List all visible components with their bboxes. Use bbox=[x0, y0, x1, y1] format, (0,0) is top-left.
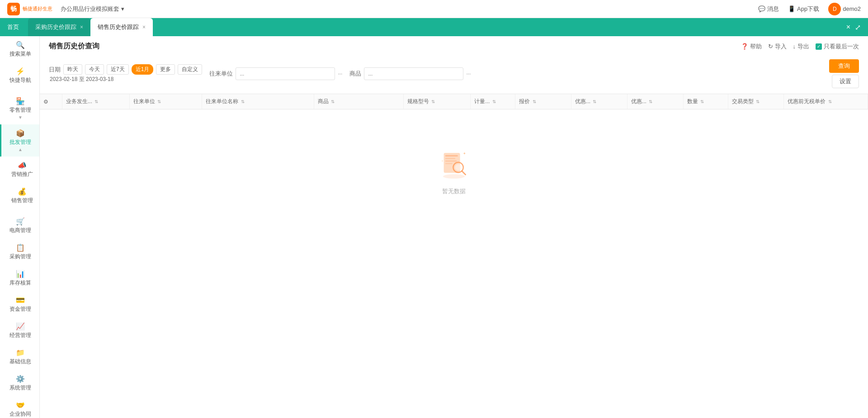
only-last-checkbox-group[interactable]: ✓ 只看最后一次 bbox=[816, 43, 859, 51]
sort-pretax-price-icon: ⇅ bbox=[828, 99, 832, 104]
data-table: ⚙ 业务发生... ⇅ 往来单位 ⇅ 往来单位名称 ⇅ bbox=[40, 94, 868, 109]
svg-text:✦: ✦ bbox=[441, 160, 443, 162]
wholesale-icon: 📦 bbox=[16, 129, 25, 138]
export-btn[interactable]: ↓ 导出 bbox=[793, 43, 810, 51]
sidebar-item-enterprise[interactable]: 🤝 企业协同 bbox=[0, 396, 39, 418]
svg-text:✦: ✦ bbox=[463, 152, 466, 156]
only-last-checkbox[interactable]: ✓ bbox=[816, 43, 822, 50]
sort-unit-icon: ⇅ bbox=[492, 99, 496, 104]
sidebar-item-basic-info[interactable]: 📁 基础信息 bbox=[0, 344, 39, 370]
app-download-btn[interactable]: 📱 App下载 bbox=[788, 5, 819, 13]
date-btn-custom[interactable]: 自定义 bbox=[178, 64, 202, 75]
th-pretax-price[interactable]: 优惠前无税单价 ⇅ bbox=[784, 94, 868, 109]
ecommerce-icon: 🛒 bbox=[16, 217, 25, 226]
sidebar-label-wholesale-mgmt: 批发管理 bbox=[9, 138, 31, 146]
help-btn[interactable]: ❓ 帮助 bbox=[741, 43, 762, 51]
goods-more-icon: ··· bbox=[466, 71, 471, 77]
th-unit[interactable]: 计量... ⇅ bbox=[471, 94, 515, 109]
svg-point-0 bbox=[443, 174, 465, 179]
retail-arrow-icon: ▼ bbox=[18, 115, 23, 120]
filter-right-actions: 查询 设置 bbox=[829, 59, 859, 88]
import-btn[interactable]: ↻ 导入 bbox=[768, 43, 787, 51]
page-actions: ❓ 帮助 ↻ 导入 ↓ 导出 ✓ 只看最后一次 bbox=[741, 43, 859, 51]
th-goods[interactable]: 商品 ⇅ bbox=[314, 94, 403, 109]
empty-state: ✦ ✦ 暂无数据 bbox=[40, 109, 868, 232]
sidebar-label-ecommerce: 电商管理 bbox=[9, 227, 31, 234]
sidebar-item-system[interactable]: ⚙️ 系统管理 bbox=[0, 370, 39, 396]
partner-input[interactable] bbox=[236, 67, 335, 80]
th-partner-name[interactable]: 往来单位名称 ⇅ bbox=[202, 94, 314, 109]
th-partner-code[interactable]: 往来单位 ⇅ bbox=[129, 94, 202, 109]
partner-more-icon: ··· bbox=[338, 71, 342, 77]
logo-text: 畅捷通好生意 bbox=[23, 5, 52, 12]
page-header: 销售历史价查询 ❓ 帮助 ↻ 导入 ↓ 导出 ✓ bbox=[40, 36, 868, 94]
th-qty[interactable]: 数量 ⇅ bbox=[683, 94, 728, 109]
sidebar-item-sales-mgmt[interactable]: 💰 销售管理 bbox=[0, 183, 39, 209]
th-settings: ⚙ bbox=[40, 94, 62, 109]
svg-line-8 bbox=[462, 171, 466, 175]
sort-qty-icon: ⇅ bbox=[700, 99, 704, 104]
date-range-display: 2023-02-18 至 2023-03-18 bbox=[50, 76, 202, 83]
sidebar-item-ecommerce[interactable]: 🛒 电商管理 bbox=[0, 213, 39, 239]
th-spec[interactable]: 规格型号 ⇅ bbox=[403, 94, 471, 109]
sidebar-item-search-menu[interactable]: 🔍 搜索菜单 bbox=[0, 36, 39, 62]
tab-sales-history[interactable]: 销售历史价跟踪 × bbox=[90, 18, 153, 36]
wholesale-arrow-icon: ▲ bbox=[18, 147, 23, 152]
tab-purchase-close-icon[interactable]: × bbox=[80, 24, 83, 30]
th-quote[interactable]: 报价 ⇅ bbox=[515, 94, 571, 109]
goods-input[interactable] bbox=[364, 67, 463, 80]
th-trade-type[interactable]: 交易类型 ⇅ bbox=[728, 94, 784, 109]
partner-label: 往来单位 bbox=[209, 70, 233, 78]
sidebar-item-inventory[interactable]: 📊 库存核算 bbox=[0, 265, 39, 291]
settings-gear-icon[interactable]: ⚙ bbox=[43, 99, 48, 105]
date-btn-more[interactable]: 更多 bbox=[156, 64, 175, 75]
tabbar-actions: × ⤢ bbox=[846, 23, 861, 32]
tab-purchase-history-label: 采购历史价跟踪 bbox=[35, 23, 76, 31]
th-discount1[interactable]: 优惠... ⇅ bbox=[571, 94, 627, 109]
date-btn-yesterday[interactable]: 昨天 bbox=[63, 64, 82, 75]
sales-mgmt-icon: 💰 bbox=[18, 187, 27, 196]
user-menu[interactable]: D demo2 bbox=[828, 3, 861, 15]
tab-sales-history-label: 销售历史价跟踪 bbox=[98, 23, 139, 31]
close-all-tabs-btn[interactable]: × bbox=[846, 23, 850, 32]
sort-discount1-icon: ⇅ bbox=[593, 99, 596, 104]
query-btn[interactable]: 查询 bbox=[829, 59, 859, 73]
sort-spec-icon: ⇅ bbox=[431, 99, 435, 104]
tab-sales-close-icon[interactable]: × bbox=[142, 24, 146, 30]
svg-rect-3 bbox=[445, 158, 455, 159]
content-area: 销售历史价查询 ❓ 帮助 ↻ 导入 ↓ 导出 ✓ bbox=[40, 36, 868, 418]
logo-icon: 畅 bbox=[7, 3, 20, 15]
finance-icon: 💳 bbox=[16, 296, 25, 304]
sidebar-item-finance[interactable]: 💳 资金管理 bbox=[0, 291, 39, 318]
th-discount2[interactable]: 优惠... ⇅ bbox=[627, 94, 683, 109]
sidebar-item-wholesale-mgmt[interactable]: 📦 批发管理 ▲ bbox=[0, 124, 39, 157]
tab-home[interactable]: 首页 bbox=[0, 18, 26, 36]
sidebar-item-quick-nav[interactable]: ⚡ 快捷导航 bbox=[0, 62, 39, 89]
sidebar-item-marketing[interactable]: 📣 营销推广 bbox=[0, 157, 39, 183]
sidebar-item-purchase[interactable]: 📋 采购管理 bbox=[0, 239, 39, 265]
sidebar-label-purchase: 采购管理 bbox=[9, 253, 31, 261]
message-icon: 💬 bbox=[758, 5, 765, 12]
import-icon: ↻ bbox=[768, 43, 773, 50]
sidebar-item-operations[interactable]: 📈 经营管理 bbox=[0, 318, 39, 344]
app-name-label: 办公用品行业模拟账套 bbox=[61, 5, 119, 13]
empty-text: 暂无数据 bbox=[442, 187, 466, 195]
app-selector[interactable]: 办公用品行业模拟账套 ▾ bbox=[57, 3, 128, 15]
topbar: 畅 畅捷通好生意 办公用品行业模拟账套 ▾ 💬 消息 📱 App下载 D dem… bbox=[0, 0, 868, 18]
date-filter-group: 日期 昨天 今天 近7天 近1月 更多 自定义 2023-02-18 至 202… bbox=[49, 64, 202, 83]
retail-icon: 🏪 bbox=[16, 97, 25, 105]
date-btn-1month[interactable]: 近1月 bbox=[132, 64, 154, 75]
date-btn-today[interactable]: 今天 bbox=[85, 64, 104, 75]
message-btn[interactable]: 💬 消息 bbox=[758, 5, 779, 13]
expand-tab-btn[interactable]: ⤢ bbox=[855, 23, 861, 32]
tab-purchase-history[interactable]: 采购历史价跟踪 × bbox=[28, 18, 90, 36]
settings-btn[interactable]: 设置 bbox=[832, 75, 859, 88]
topbar-right: 💬 消息 📱 App下载 D demo2 bbox=[758, 3, 861, 15]
sort-quote-icon: ⇅ bbox=[533, 99, 536, 104]
sidebar-item-retail-mgmt[interactable]: 🏪 零售管理 ▼ bbox=[0, 92, 39, 124]
sidebar-label-operations: 经营管理 bbox=[9, 332, 31, 339]
th-biz-date[interactable]: 业务发生... ⇅ bbox=[62, 94, 130, 109]
page-title: 销售历史价查询 bbox=[49, 42, 99, 51]
date-btn-7days[interactable]: 近7天 bbox=[107, 64, 129, 75]
dropdown-arrow-icon: ▾ bbox=[121, 5, 124, 12]
